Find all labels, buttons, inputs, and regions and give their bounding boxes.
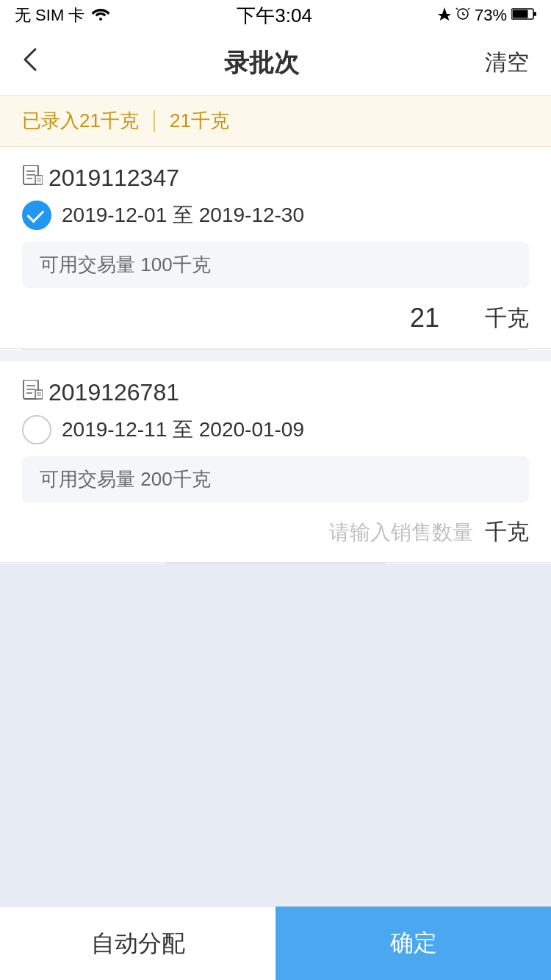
batch-1-date-row: 2019-12-01 至 2019-12-30 <box>22 201 529 230</box>
svg-point-0 <box>99 18 102 21</box>
location-icon <box>438 6 451 25</box>
empty-area <box>0 563 551 907</box>
batch-1-qty-value: 21 <box>410 303 439 334</box>
back-button[interactable] <box>22 46 38 79</box>
sim-label: 无 SIM 卡 <box>15 4 84 26</box>
svg-rect-5 <box>513 10 528 18</box>
batch-card-2: 2019126781 2019-12-11 至 2020-01-09 可用交易量… <box>0 361 551 563</box>
status-left: 无 SIM 卡 <box>15 4 111 26</box>
status-bar: 无 SIM 卡 下午3:04 <box>0 0 551 31</box>
recorded-label: 已录入21千克 <box>22 108 139 134</box>
doc-icon-2 <box>22 380 43 406</box>
batch-2-id: 2019126781 <box>48 379 179 406</box>
batch-1-qty-unit: 千克 <box>485 303 529 334</box>
nav-bar: 录批次 清空 <box>0 31 551 96</box>
batch-1-date: 2019-12-01 至 2019-12-30 <box>62 201 304 229</box>
bottom-actions: 自动分配 确定 <box>0 907 551 980</box>
confirm-button[interactable]: 确定 <box>276 907 551 980</box>
auto-distribute-button[interactable]: 自动分配 <box>0 907 276 980</box>
clear-button[interactable]: 清空 <box>485 48 529 78</box>
batch-1-header: 2019112347 <box>22 165 529 192</box>
doc-icon-1 <box>22 165 43 191</box>
svg-rect-6 <box>533 12 536 16</box>
recorded-value: 21千克 <box>170 108 229 134</box>
info-banner: 已录入21千克 21千克 <box>0 96 551 147</box>
status-right: 73% <box>438 6 536 25</box>
battery-text: 73% <box>475 6 507 25</box>
svg-rect-16 <box>35 390 43 399</box>
batch-1-id: 2019112347 <box>48 165 179 192</box>
batch-1-radio[interactable] <box>22 201 51 230</box>
batch-1-avail: 可用交易量 100千克 <box>22 242 529 288</box>
status-time: 下午3:04 <box>237 3 312 29</box>
battery-icon <box>511 6 536 25</box>
svg-rect-11 <box>35 176 43 184</box>
batch-2-header: 2019126781 <box>22 379 529 406</box>
batch-2-date-row: 2019-12-11 至 2020-01-09 <box>22 415 529 444</box>
batch-2-date: 2019-12-11 至 2020-01-09 <box>62 416 304 444</box>
banner-divider <box>154 110 155 132</box>
page-title: 录批次 <box>224 46 299 80</box>
alarm-icon <box>455 6 470 25</box>
batch-2-radio[interactable] <box>22 415 51 444</box>
batch-2-qty-unit: 千克 <box>485 517 529 547</box>
batch-card-1: 2019112347 2019-12-01 至 2019-12-30 可用交易量… <box>0 147 551 350</box>
batch-2-qty-row: 千克 <box>0 502 551 563</box>
wifi-icon <box>90 6 111 25</box>
batch-1-qty-row: 21 千克 <box>0 288 551 349</box>
batch-2-qty-input[interactable] <box>253 521 473 544</box>
batch-2-avail: 可用交易量 200千克 <box>22 456 529 502</box>
section-divider <box>0 350 551 361</box>
